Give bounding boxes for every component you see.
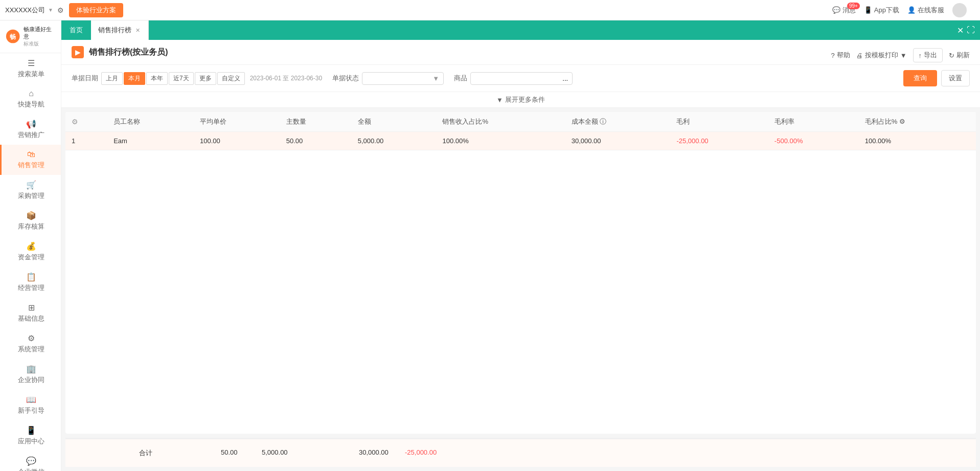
sidebar-item-purchase[interactable]: 🛒 采购管理 [0,175,61,206]
export-label: 导出 [924,51,937,60]
company-selector[interactable]: XXXXXX公司 ▼ [5,6,53,15]
cell-gross-pct: 100.00% [859,132,976,150]
date-btn-this-month[interactable]: 本月 [124,72,145,85]
footer-gross: -25,000.00 [399,444,445,462]
goods-input-wrapper: ... [470,72,573,85]
sidebar-item-inventory[interactable]: 📦 库存核算 [0,206,61,236]
sidebar-item-shortcut[interactable]: ⌂ 快捷导航 [0,84,61,114]
logo-name: 畅康通好生意 [24,26,56,40]
tab-close-button[interactable]: ✕ [134,27,141,34]
inventory-icon: 📦 [26,211,36,220]
sidebar-label-system: 系统管理 [18,345,44,354]
filter-bar: 单据日期 上月 本月 本年 近7天 更多 自定义 2023-06-01 至 20… [61,65,980,92]
tab-home[interactable]: 首页 [61,20,91,40]
sidebar-item-finance[interactable]: 💰 资金管理 [0,236,61,267]
tab-sales-rank[interactable]: 销售排行榜 ✕ [91,20,149,40]
expand-more-button[interactable]: ▼ 展开更多条件 [496,95,545,104]
sidebar-item-wechat[interactable]: 💬 企业微信 [0,451,61,471]
cell-rank: 1 [65,132,107,150]
table-header-row: ⚙ 员工名称 平均单价 主数量 全额 销售收入占比% 成本全额 ⓘ 毛利 毛利率… [65,112,976,132]
sidebar-label-sales: 销售管理 [18,161,44,170]
svg-text:畅: 畅 [10,33,16,40]
footer-cost: 30,000.00 [353,444,399,462]
date-btn-this-year[interactable]: 本年 [146,72,168,85]
sidebar-label-finance: 资金管理 [18,253,44,262]
footer-quantity: 50.00 [215,444,256,462]
table-settings-button[interactable]: 设置 [941,70,970,86]
system-icon: ⚙ [28,333,35,343]
sidebar-label-inventory: 库存核算 [18,222,44,231]
sidebar-label-basic: 基础信息 [18,314,44,323]
refresh-button[interactable]: ↻ 刷新 [949,51,970,60]
goods-input[interactable] [475,75,562,82]
sidebar-item-system[interactable]: ⚙ 系统管理 [0,328,61,359]
date-btn-custom[interactable]: 自定义 [217,72,245,85]
main-layout: 畅 畅康通好生意 标准版 ☰ 搜索菜单 ⌂ 快捷导航 📢 营销推广 🛍 销售管理… [0,20,980,471]
sidebar-label-search: 搜索菜单 [18,70,44,79]
query-button[interactable]: 查询 [903,70,937,86]
wechat-icon: 💬 [26,456,36,466]
sidebar-item-enterprise[interactable]: 🏢 企业协同 [0,359,61,390]
online-service-button[interactable]: 👤 在线客服 [907,6,944,15]
date-btn-last-month[interactable]: 上月 [101,72,123,85]
page-title-row: ▶ 销售排行榜(按业务员) [72,46,168,64]
sidebar-label-wechat: 企业微信 [18,467,44,471]
tab-bar: 首页 销售排行榜 ✕ ✕ ⛶ [61,20,980,40]
status-select[interactable]: ▼ [362,72,444,85]
settings-icon[interactable]: ⚙ [57,6,64,14]
date-btn-more[interactable]: 更多 [195,72,216,85]
guide-icon: 📖 [26,395,36,405]
footer-gross-pct [491,444,505,462]
export-button[interactable]: ↑ 导出 [913,48,943,62]
sidebar-label-apps: 应用中心 [18,437,44,446]
print-button[interactable]: 🖨 按模板打印 ▼ [856,51,907,60]
logo-icon: 畅 [5,28,20,44]
app-label: App下载 [874,6,899,15]
tab-expand-button[interactable]: ⛶ [967,26,975,35]
sidebar-item-basic[interactable]: ⊞ 基础信息 [0,298,61,328]
content-area: 首页 销售排行榜 ✕ ✕ ⛶ ▶ 销售排行榜(按业务员) ? [61,20,980,471]
avatar[interactable] [952,3,967,17]
message-icon: 💬 [832,6,840,14]
app-icon: 📱 [864,6,872,14]
more-goods-icon[interactable]: ... [562,75,568,82]
export-icon: ↑ [919,52,922,59]
sidebar-label-enterprise: 企业协同 [18,375,44,385]
sidebar-item-guide[interactable]: 📖 新手引导 [0,390,61,420]
sidebar-item-marketing[interactable]: 📢 营销推广 [0,114,61,145]
finance-icon: 💰 [26,241,36,251]
table-row: 1 Eam 100.00 50.00 5,000.00 100.00% 30,0… [65,132,976,150]
trial-button[interactable]: 体验行业方案 [69,3,123,17]
sidebar-item-apps[interactable]: 📱 应用中心 [0,420,61,451]
top-right-area: 💬 消息 99+ 📱 App下载 👤 在线客服 [832,3,975,17]
col-header-avg-price: 平均单价 [194,112,280,132]
tab-close-all-button[interactable]: ✕ [957,26,964,35]
logo-sub: 标准版 [24,40,56,48]
col-header-settings: ⚙ [65,112,107,132]
date-btn-7days[interactable]: 近7天 [169,72,194,85]
date-filter-group: 单据日期 上月 本月 本年 近7天 更多 自定义 2023-06-01 至 20… [72,72,322,85]
col-header-gross-pct: 毛利占比% ⚙ [859,112,976,132]
sidebar-item-sales[interactable]: 🛍 销售管理 [0,145,61,175]
col-header-gross: 毛利 [670,112,768,132]
sidebar-logo: 畅 畅康通好生意 标准版 [0,20,61,53]
cell-quantity: 50.00 [280,132,352,150]
sidebar-label-guide: 新手引导 [18,406,44,415]
help-icon: ? [831,52,834,59]
sales-icon: 🛍 [27,150,35,159]
tab-home-label: 首页 [70,26,83,35]
date-filter-label: 单据日期 [72,74,98,83]
cell-gross-rate: -500.00% [768,132,859,150]
sidebar-item-operations[interactable]: 📋 经营管理 [0,267,61,298]
col-header-amount: 全额 [352,112,437,132]
app-download-button[interactable]: 📱 App下载 [864,6,899,15]
enterprise-icon: 🏢 [26,364,36,374]
filter-collapse-button[interactable]: ▶ [72,46,84,58]
status-filter-label: 单据状态 [332,74,359,83]
messages-button[interactable]: 💬 消息 99+ [832,6,856,15]
col-header-quantity: 主数量 [280,112,352,132]
column-settings-icon[interactable]: ⚙ [72,118,78,126]
footer-avg-price [174,444,215,462]
sidebar-item-search[interactable]: ☰ 搜索菜单 [0,53,61,84]
help-button[interactable]: ? 帮助 [831,51,850,60]
